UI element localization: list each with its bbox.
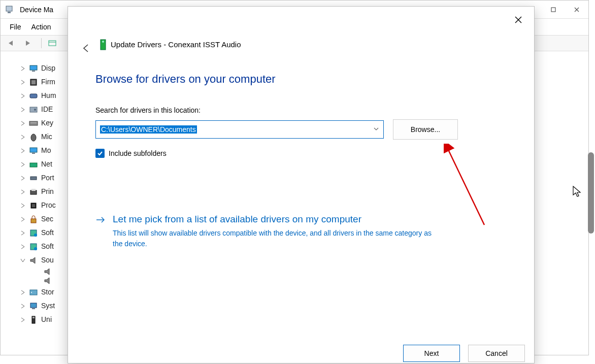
mouse-icon [29, 133, 38, 142]
chevron-right-icon[interactable] [20, 93, 26, 99]
chevron-right-icon[interactable] [20, 161, 26, 168]
chevron-right-icon[interactable] [20, 303, 26, 309]
tree-item-label: Sou [41, 253, 54, 267]
tree-item-label: Prin [41, 185, 54, 198]
dialog-title: Update Drivers - Conexant ISST Audio [111, 40, 241, 49]
svg-rect-12 [30, 94, 37, 98]
svg-rect-34 [32, 308, 35, 309]
tree-item-label: Sec [41, 212, 53, 226]
show-hide-tree-icon[interactable] [45, 37, 60, 49]
tree-item-label: Soft [41, 226, 54, 240]
tree-item-label: IDE [41, 103, 53, 116]
svg-point-28 [34, 234, 37, 237]
svg-point-14 [34, 109, 36, 111]
chevron-right-icon[interactable] [20, 216, 26, 222]
svg-rect-8 [30, 65, 37, 70]
tree-item-label: Mo [41, 144, 51, 157]
chevron-right-icon[interactable] [20, 189, 26, 195]
port-icon [29, 174, 38, 183]
tree-item-label: Key [41, 116, 53, 130]
browse-button[interactable]: Browse... [393, 119, 458, 140]
svg-rect-19 [32, 153, 35, 154]
tree-item-label: Hum [41, 89, 56, 103]
chevron-right-icon[interactable] [20, 120, 26, 126]
include-subfolders-checkbox[interactable] [95, 149, 105, 158]
hid-icon [29, 91, 38, 101]
svg-point-40 [102, 41, 104, 43]
svg-point-17 [31, 134, 36, 141]
chevron-right-icon[interactable] [20, 148, 26, 154]
path-value: C:\Users\OWNER\Documents [100, 125, 197, 134]
chevron-right-icon[interactable] [20, 65, 26, 72]
next-button[interactable]: Next [403, 345, 460, 362]
tree-item-label: Uni [41, 313, 52, 326]
svg-point-30 [34, 247, 37, 250]
storage-icon [29, 288, 38, 297]
lock-icon [29, 215, 38, 224]
chevron-right-icon[interactable] [20, 134, 26, 140]
nav-back-icon[interactable] [4, 37, 19, 49]
chevron-right-icon[interactable] [20, 230, 26, 236]
arrow-right-icon [95, 214, 106, 249]
svg-rect-9 [32, 71, 35, 72]
maximize-button[interactable] [542, 1, 565, 19]
tree-item-label: Mic [41, 130, 52, 144]
dialog-back-button[interactable] [77, 39, 95, 57]
scrollbar-thumb[interactable] [588, 152, 594, 234]
chevron-down-icon[interactable] [373, 125, 379, 134]
menu-action[interactable]: Action [26, 23, 56, 31]
speaker-icon [43, 267, 52, 276]
component-icon [29, 242, 38, 251]
dialog-close-button[interactable] [508, 12, 529, 28]
svg-rect-11 [31, 80, 36, 84]
close-button[interactable] [565, 1, 588, 19]
nav-forward-icon[interactable] [21, 37, 36, 49]
monitor-icon [29, 146, 38, 155]
keyboard-icon [29, 119, 38, 128]
chevron-right-icon[interactable] [20, 203, 26, 209]
menu-file[interactable]: File [5, 23, 26, 31]
tree-item-label: Soft [41, 240, 54, 253]
speaker-icon [29, 256, 38, 265]
tree-item-label: Firm [41, 75, 55, 89]
usb-icon [29, 315, 38, 324]
printer-icon [29, 187, 38, 196]
dm-title: Device Ma [20, 6, 53, 14]
search-location-label: Search for drivers in this location: [95, 106, 507, 114]
tree-item-label: Net [41, 157, 52, 171]
svg-rect-15 [29, 121, 38, 125]
svg-rect-18 [30, 148, 37, 152]
svg-rect-1 [8, 12, 11, 13]
dialog-heading: Browse for drivers on your computer [95, 73, 507, 86]
drive-icon [29, 105, 38, 114]
chip-icon [29, 78, 38, 87]
chevron-right-icon[interactable] [20, 317, 26, 323]
component-icon [29, 228, 38, 238]
svg-rect-21 [30, 177, 37, 180]
pick-from-list-title: Let me pick from a list of available dri… [113, 214, 438, 225]
chevron-right-icon[interactable] [20, 289, 26, 295]
svg-point-32 [31, 292, 32, 293]
svg-rect-6 [49, 41, 56, 46]
computer-icon [29, 302, 38, 311]
pick-from-list-option[interactable]: Let me pick from a list of available dri… [95, 214, 507, 249]
chevron-right-icon[interactable] [20, 175, 26, 181]
chevron-right-icon[interactable] [20, 244, 26, 250]
chevron-right-icon[interactable] [20, 107, 26, 113]
chevron-right-icon[interactable] [20, 79, 26, 85]
svg-rect-26 [31, 219, 36, 223]
pick-from-list-description: This list will show available drivers co… [113, 228, 438, 249]
svg-rect-33 [30, 303, 37, 308]
cpu-icon [29, 201, 38, 210]
include-subfolders-label: Include subfolders [109, 149, 167, 157]
chevron-down-icon[interactable] [20, 257, 26, 263]
cancel-button[interactable]: Cancel [468, 345, 525, 362]
network-icon [29, 160, 38, 169]
path-combobox[interactable]: C:\Users\OWNER\Documents [95, 120, 384, 139]
monitor-icon [29, 64, 38, 73]
device-icon [97, 39, 109, 50]
speaker-icon [43, 276, 52, 285]
svg-rect-0 [6, 6, 12, 11]
toolbar-separator [41, 38, 42, 48]
svg-rect-3 [551, 8, 555, 12]
